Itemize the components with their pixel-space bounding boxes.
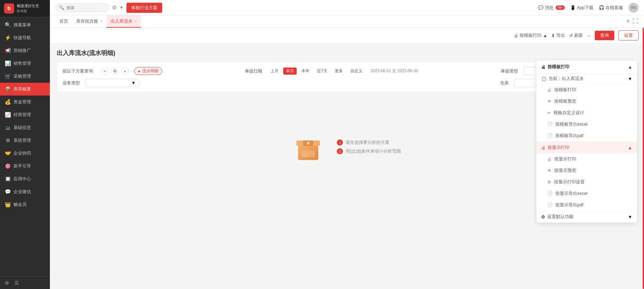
topbar-search-box[interactable]: 🔍 [55, 3, 109, 12]
biz-type-label: 业务类型 [62, 80, 80, 86]
more-options-btn[interactable]: ··· [587, 33, 591, 38]
display-item-3[interactable]: 📄按显示导出excel [536, 188, 637, 199]
refresh-icon: ↺ [569, 33, 573, 38]
template-label-4: 按模板导出pdf [555, 133, 583, 139]
template-item-1[interactable]: 👁按模板预览 [536, 96, 637, 107]
refresh-label: 刷新 [574, 32, 583, 38]
topbar-dropdown-icon[interactable]: ▼ [119, 5, 124, 10]
export-label: 导出 [556, 32, 565, 38]
sidebar-item-appstore[interactable]: 🔲应用中心 [0, 173, 50, 185]
display-section-icon: 🖨 [541, 145, 546, 150]
filter-add-btn[interactable]: + [101, 68, 109, 75]
dropdown-collapse-icon[interactable]: ▲ [628, 64, 632, 70]
display-icon-0: 🖨 [547, 157, 552, 162]
display-item-1[interactable]: 👁按显示预览 [536, 165, 637, 176]
template-item-2[interactable]: ✏模板自定义设计 [536, 107, 637, 119]
sidebar-item-base[interactable]: 🗂基础信息 [0, 121, 50, 134]
sidebar-item-purchase[interactable]: 🛒采购管理 [0, 70, 50, 83]
template-item-4[interactable]: 📄按模板导出pdf [536, 130, 637, 141]
sidebar-item-wechat[interactable]: 💬企业微信 [0, 185, 50, 198]
sidebar-item-guide[interactable]: 🎯新手引导 [0, 160, 50, 173]
sidebar-logo: b 畅捷通好生意 标准版 [0, 0, 50, 17]
app-download-item[interactable]: 📱 App下载 [570, 5, 593, 11]
dropdown-header: 🖨 按模板打印 ▲ [536, 60, 637, 74]
sidebar-icon-vip: 👑 [5, 202, 11, 208]
default-func-row[interactable]: ⚙ 设置默认功能 ▼ [536, 211, 637, 222]
content-area: 🖨 按模板打印 ▲ ⬆ 导出 ↺ 刷新 ··· 查询 设置 出入库流水(流水明细… [50, 28, 644, 289]
date-option-0[interactable]: 上月 [268, 68, 281, 75]
display-section-header[interactable]: 🖨 按显示打印 ▲ [536, 142, 637, 153]
sidebar-label-base: 基础信息 [13, 125, 31, 131]
template-icon-0: 🖨 [547, 87, 552, 93]
message-badge: 99+ [556, 5, 565, 10]
tab-home[interactable]: 首页 [55, 16, 72, 28]
display-icon-1: 👁 [547, 168, 552, 173]
tab-batch[interactable]: 库存批次账× [72, 16, 107, 28]
filter-settings-btn[interactable]: ⚙ [111, 68, 119, 75]
date-option-1[interactable]: 本月 [283, 68, 297, 75]
template-icon-4: 📄 [547, 133, 553, 138]
sidebar-item-vip[interactable]: 👑畅会员 [0, 198, 50, 211]
close-panel-btn[interactable]: × [626, 18, 630, 25]
user-avatar[interactable]: Rit [628, 3, 639, 13]
empty-illustration: ... [293, 133, 323, 163]
date-option-4[interactable]: 更多 [332, 68, 346, 75]
filter-label: 按以下方案查询 [62, 68, 93, 74]
date-option-3[interactable]: 近7天 [314, 68, 330, 75]
date-option-2[interactable]: 本年 [299, 68, 312, 75]
tabs-actions: × ⛶ [626, 18, 639, 25]
print-btn[interactable]: 🖨 按模板打印 ▲ [514, 32, 547, 38]
display-icon-3: 📄 [547, 191, 553, 196]
tab-label-flow: 出入库流水 [111, 18, 133, 24]
sidebar-item-search[interactable]: 🔍搜索菜单 [0, 19, 50, 31]
sidebar-item-inventory[interactable]: 📦库存核算 [0, 83, 50, 96]
message-item[interactable]: 💬 消息 99+ [538, 5, 565, 11]
sidebar-item-operations[interactable]: 📈经营管理 [0, 108, 50, 121]
display-label-2: 按显示打印设置 [554, 179, 585, 185]
printer-icon: 🖨 [514, 33, 518, 38]
refresh-btn[interactable]: ↺ 刷新 [569, 32, 583, 38]
sidebar-item-corp[interactable]: 🤝企业协同 [0, 147, 50, 160]
display-item-0[interactable]: 🖨按显示打印 [536, 153, 637, 165]
app-name-block: 畅捷通好生意 标准版 [17, 3, 39, 13]
current-chevron: ▼ [628, 76, 632, 81]
query-btn[interactable]: 查询 [595, 31, 614, 40]
sidebar-label-purchase: 采购管理 [13, 73, 31, 79]
sidebar-icon-base: 🗂 [5, 125, 11, 131]
sidebar-icon-finance: 💰 [5, 99, 11, 105]
search-icon: 🔍 [59, 5, 64, 10]
step-1-text: 请先选择要分析的方案 [346, 139, 389, 146]
date-option-5[interactable]: 自定义 [348, 68, 365, 75]
settings-btn[interactable]: 设置 [618, 30, 639, 41]
display-item-2[interactable]: ⚙按显示打印设置 [536, 176, 637, 188]
print-header-icon: 🖨 [541, 64, 546, 70]
sidebar-footer: ⚙ ☰ [0, 277, 50, 289]
template-item-3[interactable]: 📄按模板导出excel [536, 119, 637, 130]
sidebar-item-sales[interactable]: 📊销售管理 [0, 57, 50, 70]
filter-collapse-btn[interactable]: « [121, 68, 129, 75]
display-section-label: 按显示打印 [548, 144, 569, 151]
sidebar-item-marketing[interactable]: 📢营销推广 [0, 44, 50, 57]
sidebar-item-finance[interactable]: 💰资金管理 [0, 96, 50, 108]
industry-btn[interactable]: 体验行业方案 [126, 3, 162, 13]
sidebar-item-system[interactable]: ⚙系统管理 [0, 134, 50, 147]
tab-close-flow[interactable]: × [135, 19, 137, 24]
default-func-label: 设置默认功能 [547, 214, 574, 220]
export-btn[interactable]: ⬆ 导出 [551, 32, 565, 38]
tabs-bar: 首页库存批次账×出入库流水× × ⛶ [50, 16, 644, 28]
sidebar-menu-icon[interactable]: ☰ [14, 280, 19, 286]
fullscreen-btn[interactable]: ⛶ [633, 18, 639, 25]
template-item-0[interactable]: 🖨按模板打印 [536, 84, 637, 96]
topbar-settings-icon[interactable]: ⚙ [112, 4, 117, 11]
tab-flow[interactable]: 出入库流水× [107, 16, 141, 28]
sidebar-icon-system: ⚙ [5, 137, 11, 143]
display-item-4[interactable]: 📄按显示导出pdf [536, 199, 637, 211]
date-label: 单据日期 [245, 68, 262, 74]
sidebar: b 畅捷通好生意 标准版 🔍搜索菜单⚡快捷导航📢营销推广📊销售管理🛒采购管理📦库… [0, 0, 50, 289]
tab-close-batch[interactable]: × [100, 19, 103, 24]
biz-type-select[interactable]: ▼ [85, 79, 139, 87]
sidebar-item-quicknav[interactable]: ⚡快捷导航 [0, 31, 50, 44]
search-input[interactable] [66, 5, 100, 10]
sidebar-settings-icon[interactable]: ⚙ [5, 280, 9, 286]
online-service-item[interactable]: 🎧 在线客服 [599, 5, 623, 11]
